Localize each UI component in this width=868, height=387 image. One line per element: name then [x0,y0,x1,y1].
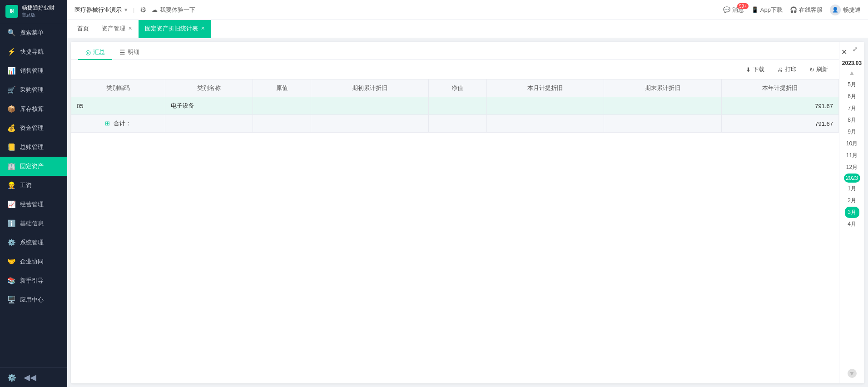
sidebar-item-basic-info[interactable]: ℹ️ 基础信息 [0,214,67,233]
sidebar-item-guide[interactable]: 📚 新手引导 [0,271,67,290]
sidebar-item-sales[interactable]: 📊 销售管理 [0,61,67,80]
headset-icon: 🎧 [790,6,797,13]
user-menu[interactable]: 👤 畅捷通 [830,5,861,15]
sub-tabs: ◎ 汇总 ☰ 明细 [71,42,839,60]
sum-end-dep [604,115,721,133]
sum-annual-dep: 791.67 [721,115,838,133]
col-code: 类别编码 [71,79,165,97]
month-6[interactable]: 6月 [839,91,864,102]
chart-icon: 📊 [7,67,15,75]
cell-end-dep [604,97,721,115]
month-11[interactable]: 11月 [839,150,864,161]
inner-content: ◎ 汇总 ☰ 明细 ⬇ 下载 🖨 打印 ↻ [71,42,839,383]
company-selector[interactable]: 医疗器械行业演示 ▾ [74,6,128,14]
topbar-settings-icon[interactable]: ⚙ [140,5,146,14]
app-download-btn[interactable]: 📱 App下载 [751,6,783,14]
month-list: 5月 6月 7月 8月 9月 10月 11月 12月 2023 1月 2月 3月… [839,79,864,367]
settings-footer-icon[interactable]: ⚙️ [7,373,16,382]
year-2023-tag: 2023 [844,174,860,183]
cloud-icon: ☁ [152,6,158,13]
download-btn[interactable]: ⬇ 下载 [742,64,768,75]
collapse-icon[interactable]: ◀◀ [24,372,36,382]
download-icon: 📱 [751,6,759,13]
tab-asset-management[interactable]: 资产管理 ✕ [95,20,139,38]
tab-fixed-asset-depreciation[interactable]: 固定资产折旧统计表 ✕ [139,20,211,38]
sidebar-footer: ⚙️ ◀◀ [0,367,67,387]
col-net-value: 净值 [428,79,486,97]
sum-begin-dep [311,115,428,133]
month-2[interactable]: 2月 [839,195,864,206]
col-begin-dep: 期初累计折旧 [311,79,428,97]
sum-name [165,115,253,133]
search-icon: 🔍 [7,29,15,37]
tab-close-depreciation[interactable]: ✕ [201,25,205,31]
sidebar-item-payroll[interactable]: 👷 工资 [0,176,67,195]
month-5[interactable]: 5月 [839,79,864,90]
month-1[interactable]: 1月 [839,183,864,194]
experience-btn[interactable]: ☁ 我要体验一下 [152,6,195,14]
monitor-icon: 🖥️ [7,296,15,304]
sidebar: 财 畅捷通好业财 普及版 🔍 搜索菜单 ⚡ 快捷导航 📊 销售管理 🛒 采购管理… [0,0,67,387]
app-logo-text: 畅捷通好业财 普及版 [22,5,55,18]
month-9[interactable]: 9月 [839,126,864,138]
sidebar-item-purchase[interactable]: 🛒 采购管理 [0,80,67,99]
month-7[interactable]: 7月 [839,103,864,114]
sidebar-item-app-center[interactable]: 🖥️ 应用中心 [0,290,67,309]
worker-icon: 👷 [7,181,15,189]
sub-tab-detail[interactable]: ☰ 明细 [112,45,147,60]
topbar-separator: | [133,6,134,13]
table-row[interactable]: 05 电子设备 791.67 [71,97,839,115]
col-original: 原值 [253,79,311,97]
panel-nav-up-btn[interactable]: ▲ [839,67,864,78]
money-icon: 💰 [7,124,15,132]
print-btn[interactable]: 🖨 打印 [774,64,800,75]
sidebar-item-ledger[interactable]: 📒 总账管理 [0,138,67,157]
sum-row: ⊞ 合计： 791.67 [71,115,839,133]
tab-close-asset-management[interactable]: ✕ [128,25,132,31]
box-icon: 📦 [7,105,15,113]
panel-close-btn[interactable]: ✕ [841,48,851,56]
sidebar-item-search[interactable]: 🔍 搜索菜单 [0,23,67,42]
month-8[interactable]: 8月 [839,114,864,126]
cell-name: 电子设备 [165,97,253,115]
sidebar-nav: 🔍 搜索菜单 ⚡ 快捷导航 📊 销售管理 🛒 采购管理 📦 库存核算 💰 资金管… [0,23,67,367]
sidebar-item-operations[interactable]: 📈 经营管理 [0,195,67,214]
info-icon: ℹ️ [7,219,15,228]
cell-code: 05 [71,97,165,115]
content-area: ◎ 汇总 ☰ 明细 ⬇ 下载 🖨 打印 ↻ [71,42,864,383]
cart-icon: 🛒 [7,86,15,94]
ledger-icon: 📒 [7,143,15,151]
detail-icon: ☰ [119,49,125,56]
refresh-btn[interactable]: ↻ 刷新 [806,64,832,75]
tab-home[interactable]: 首页 [71,20,95,38]
download-icon: ⬇ [746,66,751,73]
month-4[interactable]: 4月 [839,218,864,230]
lightning-icon: ⚡ [7,48,15,56]
panel-nav-down-btn[interactable]: ▼ [839,367,864,380]
print-icon: 🖨 [777,66,783,73]
month-10[interactable]: 10月 [839,138,864,149]
refresh-icon: ↻ [809,66,814,73]
table-header-row: 类别编码 类别名称 原值 期初累计折旧 净值 本月计提折旧 期末累计折旧 本年计… [71,79,839,97]
sub-tab-summary[interactable]: ◎ 汇总 [78,45,112,60]
sidebar-item-finance[interactable]: 💰 资金管理 [0,119,67,138]
online-service-btn[interactable]: 🎧 在线客服 [790,6,823,14]
depreciation-table: 类别编码 类别名称 原值 期初累计折旧 净值 本月计提折旧 期末累计折旧 本年计… [71,79,839,133]
sidebar-item-fixed-assets[interactable]: 🏢 固定资产 [0,157,67,176]
topbar: 医疗器械行业演示 ▾ | ⚙ ☁ 我要体验一下 💬 消息 99+ 📱 App下载… [67,0,868,20]
month-3-active[interactable]: 3月 [845,207,859,218]
month-12[interactable]: 12月 [839,162,864,173]
building-icon: 🏢 [7,162,15,170]
sidebar-item-quick-nav[interactable]: ⚡ 快捷导航 [0,42,67,61]
messages-btn[interactable]: 💬 消息 99+ [723,6,744,14]
toolbar: ⬇ 下载 🖨 打印 ↻ 刷新 [71,60,839,79]
sidebar-item-system[interactable]: ⚙️ 系统管理 [0,233,67,252]
trending-icon: 📈 [7,200,15,208]
sum-net-value [428,115,486,133]
cell-begin-dep [311,97,428,115]
sum-monthly-dep [486,115,604,133]
sidebar-item-inventory[interactable]: 📦 库存核算 [0,99,67,119]
panel-expand-btn[interactable]: ⤢ [853,45,862,53]
sidebar-item-enterprise[interactable]: 🤝 企业协同 [0,252,67,271]
company-dropdown-icon: ▾ [124,6,128,13]
